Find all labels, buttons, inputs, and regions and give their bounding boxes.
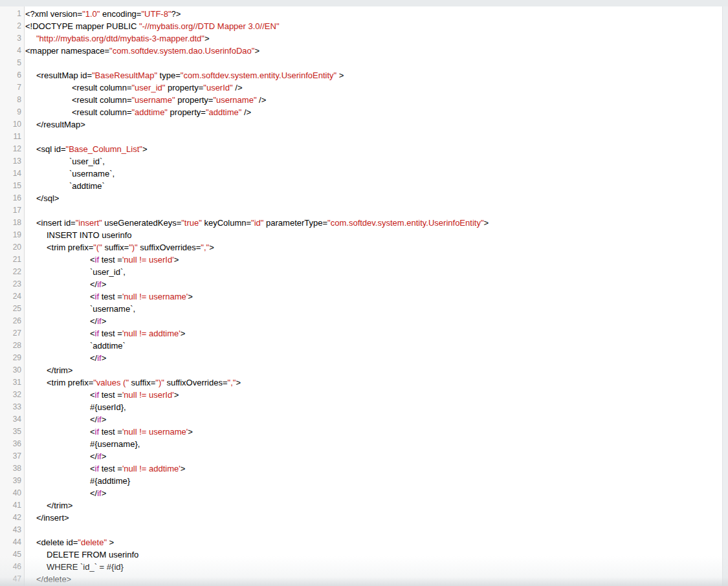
- scrollbar-track[interactable]: [722, 6, 728, 586]
- code-text: <mapper namespace="com.softdev.system.da…: [24, 45, 259, 57]
- code-line: 20<trim prefix="(" suffix=")" suffixOver…: [0, 241, 723, 254]
- line-number: 11: [0, 131, 24, 143]
- code-segment-string: "1.0": [82, 9, 100, 19]
- code-line: 46WHERE `id_` = #{id}: [0, 561, 723, 573]
- code-text: <if test ='null != addtime'>: [24, 327, 185, 340]
- code-segment-plain: type=: [157, 71, 181, 80]
- line-number: 34: [0, 413, 24, 426]
- code-segment-plain: <delete id=: [36, 537, 78, 547]
- line-number: 4: [0, 45, 24, 57]
- code-line: 19INSERT INTO userinfo: [0, 229, 723, 241]
- code-text: <if test ='null != userId'>: [24, 254, 179, 266]
- code-line: 13`user_id`,: [0, 155, 723, 168]
- code-segment-plain: <: [90, 464, 95, 473]
- code-text: </if>: [24, 487, 106, 499]
- code-segment-plain: `user_id`,: [69, 157, 105, 166]
- code-line: 15`addtime`: [0, 180, 723, 192]
- code-segment-plain: <resultMap id=: [36, 71, 92, 80]
- code-text: #{userId},: [24, 401, 126, 413]
- window-top-bar: [0, 0, 728, 6]
- code-segment-plain: >: [181, 464, 186, 473]
- code-segment-plain: </trim>: [47, 501, 72, 510]
- code-segment-string: 'null != username': [122, 427, 188, 437]
- code-segment-plain: />: [257, 95, 267, 105]
- code-text: </if>: [24, 278, 106, 290]
- code-segment-plain: ?>: [171, 9, 181, 19]
- code-segment-string: 'null != addtime': [122, 464, 181, 473]
- code-text: </sql>: [24, 192, 59, 204]
- code-segment-plain: >: [102, 279, 107, 289]
- code-text: `user_id`,: [24, 155, 105, 168]
- code-segment-plain: >: [102, 415, 107, 424]
- code-line: 30</trim>: [0, 364, 723, 376]
- code-segment-plain: <!DOCTYPE mapper PUBLIC: [25, 21, 139, 31]
- code-segment-plain: />: [233, 83, 243, 92]
- code-segment-plain: >: [102, 353, 107, 363]
- code-line: 28`addtime`: [0, 340, 723, 352]
- xml-code-editor: 1<?xml version="1.0" encoding="UTF-8"?>2…: [0, 6, 728, 586]
- code-segment-plain: <: [90, 255, 95, 265]
- code-text: <trim prefix="values (" suffix=")" suffi…: [24, 376, 241, 389]
- code-text: </trim>: [24, 364, 72, 376]
- code-segment-plain: </: [90, 316, 97, 326]
- code-line: 5: [0, 57, 723, 69]
- code-line: 42</insert>: [0, 512, 723, 524]
- code-segment-plain: >: [204, 34, 210, 43]
- code-segment-plain: >: [174, 255, 179, 265]
- line-number: 15: [0, 180, 24, 192]
- code-text: </if>: [24, 352, 106, 364]
- line-number: 14: [0, 168, 24, 180]
- code-segment-plain: <: [90, 390, 95, 400]
- code-line: 11: [0, 131, 723, 143]
- code-line: 33#{userId},: [0, 401, 723, 413]
- line-number: 28: [0, 340, 24, 352]
- code-text: </if>: [24, 450, 106, 462]
- code-text: <if test ='null != username'>: [24, 426, 193, 438]
- code-text: <delete id="delete" >: [24, 536, 114, 548]
- line-number: 5: [0, 57, 24, 69]
- code-segment-plain: keyColumn=: [202, 218, 251, 228]
- line-number: 26: [0, 315, 24, 327]
- code-segment-string: "username": [213, 95, 256, 105]
- code-segment-plain: WHERE `id_` = #{id}: [47, 562, 124, 572]
- code-segment-plain: `addtime`: [90, 341, 126, 351]
- line-number: 23: [0, 278, 24, 290]
- line-number: 36: [0, 438, 24, 450]
- code-text: </trim>: [24, 499, 72, 512]
- code-segment-string: "addtime": [132, 107, 168, 117]
- code-segment-plain: <result column=: [72, 107, 132, 117]
- code-segment-plain: <trim prefix=: [47, 243, 93, 252]
- code-segment-plain: test =: [99, 255, 122, 265]
- code-line: 9<result column="addtime" property="addt…: [0, 106, 723, 118]
- code-text: </delete>: [24, 573, 71, 585]
- code-segment-plain: </resultMap>: [36, 120, 85, 129]
- code-segment-plain: >: [181, 329, 186, 338]
- code-segment-plain: test =: [99, 464, 122, 473]
- code-segment-plain: >: [102, 488, 107, 498]
- code-line: 6<resultMap id="BaseResultMap" type="com…: [0, 69, 723, 81]
- line-number: 9: [0, 106, 24, 118]
- code-segment-string: "delete": [78, 537, 107, 547]
- line-number: 41: [0, 499, 24, 512]
- line-number: 24: [0, 290, 24, 303]
- code-segment-string: 'null != addtime': [122, 329, 181, 338]
- code-line: 18<insert id="insert" useGeneratedKeys="…: [0, 217, 723, 229]
- code-text: </if>: [24, 315, 106, 327]
- code-segment-plain: DELETE FROM userinfo: [47, 550, 138, 559]
- line-number: 42: [0, 512, 24, 524]
- code-segment-plain: #{userId},: [90, 402, 126, 412]
- code-text: <!DOCTYPE mapper PUBLIC "-//mybatis.org/…: [24, 20, 280, 32]
- line-number: 39: [0, 475, 24, 487]
- code-line: 31<trim prefix="values (" suffix=")" suf…: [0, 376, 723, 389]
- code-text: <trim prefix="(" suffix=")" suffixOverri…: [24, 241, 214, 254]
- code-line: 44<delete id="delete" >: [0, 536, 723, 548]
- code-segment-plain: <insert id=: [36, 218, 76, 228]
- code-segment-plain: >: [174, 390, 179, 400]
- line-number: 21: [0, 254, 24, 266]
- code-segment-plain: `username`,: [90, 304, 135, 314]
- code-segment-plain: <: [90, 329, 95, 338]
- code-line: 2<!DOCTYPE mapper PUBLIC "-//mybatis.org…: [0, 20, 723, 32]
- code-segment-string: "addtime": [206, 107, 241, 117]
- code-area[interactable]: 1<?xml version="1.0" encoding="UTF-8"?>2…: [0, 8, 723, 585]
- line-number: 17: [0, 204, 24, 217]
